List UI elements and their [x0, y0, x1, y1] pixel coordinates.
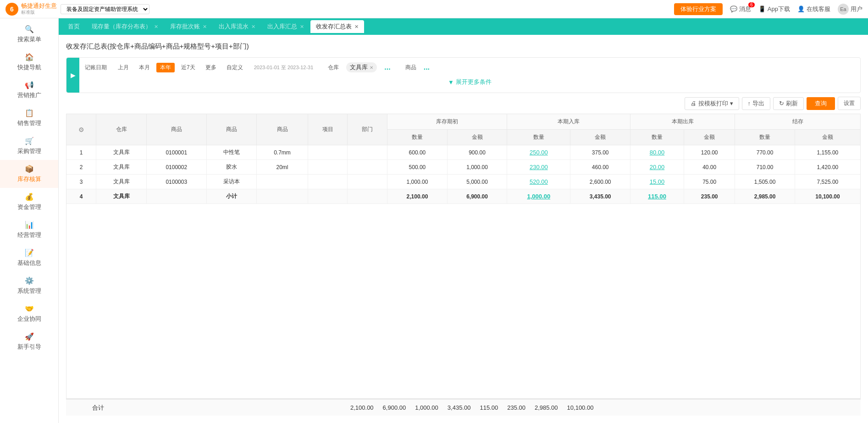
row2-project — [308, 160, 348, 175]
sidebar-item-purchase[interactable]: 🛒 采购管理 — [0, 132, 58, 160]
logo-area: 6 畅捷通好生意 标准版 — [6, 2, 57, 16]
tab-inventory-dist[interactable]: 现存量（库存分布表） ✕ — [86, 20, 164, 33]
warehouse-tag-remove[interactable]: ✕ — [370, 65, 373, 70]
th-name: 商品 — [206, 114, 257, 145]
warehouse-more-btn[interactable]: ... — [384, 63, 390, 71]
tab-home[interactable]: 首页 — [62, 20, 85, 33]
query-btn[interactable]: 查询 — [807, 97, 835, 110]
row4-out-qty[interactable]: 115.00 — [630, 189, 684, 204]
tab-batch-account[interactable]: 库存批次账 ✕ — [165, 20, 212, 33]
message-action[interactable]: 💬 消息 6 — [730, 5, 751, 13]
settings-btn[interactable]: 设置 — [838, 97, 861, 110]
sidebar-item-quick-nav[interactable]: 🏠 快捷导航 — [0, 48, 58, 76]
marketing-icon: 📢 — [25, 81, 34, 89]
goods-more-btn[interactable]: ... — [424, 63, 430, 71]
logo-icon: 6 — [6, 3, 18, 16]
row1-bal-amt: 1,155.00 — [795, 145, 860, 160]
sidebar-item-finance[interactable]: 💰 资金管理 — [0, 188, 58, 216]
row2-bal-amt: 1,420.00 — [795, 160, 860, 175]
date-btn-this-year[interactable]: 本年 — [156, 63, 175, 72]
date-btn-7days[interactable]: 近7天 — [177, 63, 199, 72]
system-selector[interactable]: 装备及固定资产辅助管理系统 — [61, 4, 149, 14]
tab-in-out-summary-close[interactable]: ✕ — [300, 24, 304, 30]
app-download-action[interactable]: 📱 App下载 — [758, 5, 790, 13]
row3-no: 3 — [66, 175, 96, 189]
th-warehouse: 仓库 — [96, 114, 147, 145]
sidebar: 🔍 搜索菜单 🏠 快捷导航 📢 营销推广 📋 销售管理 🛒 采购管理 📦 库存核… — [0, 18, 59, 423]
date-btn-last-month[interactable]: 上月 — [114, 63, 133, 72]
tab-recv-send-summary[interactable]: 收发存汇总表 ✕ — [310, 20, 364, 33]
row2-warehouse: 文具库 — [96, 160, 147, 175]
row3-name: 采访本 — [206, 175, 257, 189]
tab-recv-send-summary-close[interactable]: ✕ — [354, 24, 359, 30]
date-range-display: 2023-01-01 至 2023-12-31 — [254, 64, 314, 71]
tab-in-out-summary[interactable]: 出入库汇总 ✕ — [262, 20, 310, 33]
row3-in-qty[interactable]: 520.00 — [507, 175, 570, 189]
tab-in-out-flow-close[interactable]: ✕ — [251, 24, 255, 30]
row1-init-amt: 900.00 — [447, 145, 507, 160]
sidebar-label-marketing: 营销推广 — [17, 91, 41, 99]
th-out-amt: 金额 — [684, 130, 735, 145]
row2-out-qty[interactable]: 20.00 — [630, 160, 684, 175]
phone-icon: 📱 — [758, 5, 766, 12]
refresh-btn[interactable]: ↻ 刷新 — [773, 97, 804, 110]
date-btn-custom[interactable]: 自定义 — [223, 63, 247, 72]
row3-dept — [348, 175, 387, 189]
sidebar-label-guide: 新手引导 — [17, 343, 41, 351]
row4-dept — [348, 189, 387, 204]
date-filter-label: 记账日期 — [85, 64, 107, 71]
expand-filter-btn[interactable]: ▼ 展开更多条件 — [85, 76, 855, 88]
goods-filter-label: 商品 — [405, 64, 416, 71]
row2-init-qty: 500.00 — [387, 160, 448, 175]
row3-project — [308, 175, 348, 189]
row4-warehouse: 文具库 — [96, 189, 147, 204]
footer-bal-qty: 2,985.00 — [530, 402, 563, 413]
row4-init-qty: 2,100.00 — [387, 189, 448, 204]
sidebar-item-sales[interactable]: 📋 销售管理 — [0, 104, 58, 132]
sidebar-item-guide[interactable]: 🚀 新手引导 — [0, 328, 58, 356]
sidebar-item-system[interactable]: ⚙️ 系统管理 — [0, 272, 58, 300]
date-btn-more[interactable]: 更多 — [202, 63, 220, 72]
sidebar-item-search[interactable]: 🔍 搜索菜单 — [0, 20, 58, 48]
page-title: 收发存汇总表(按仓库+商品编码+商品+规格型号+项目+部门) — [66, 42, 861, 51]
th-out-stock: 本期出库 — [630, 114, 735, 130]
row4-no: 4 — [66, 189, 96, 204]
row3-spec — [257, 175, 308, 189]
tab-batch-account-close[interactable]: ✕ — [203, 24, 207, 30]
message-icon: 💬 — [730, 5, 737, 12]
filter-toggle-btn[interactable]: ▶ — [66, 58, 79, 93]
date-btn-this-month[interactable]: 本月 — [135, 63, 154, 72]
sidebar-item-basic-info[interactable]: 📝 基础信息 — [0, 244, 58, 272]
row1-in-qty[interactable]: 250.00 — [507, 145, 570, 160]
logo-text: 畅捷通好生意 — [21, 2, 57, 10]
user-action[interactable]: Ea 用户 — [838, 4, 862, 15]
tab-inventory-dist-close[interactable]: ✕ — [154, 24, 158, 30]
export-btn[interactable]: ↑ 导出 — [742, 97, 771, 110]
content-area: 首页 现存量（库存分布表） ✕ 库存批次账 ✕ 出入库流水 ✕ 出入库汇总 ✕ … — [59, 18, 868, 423]
print-btn[interactable]: 🖨 按模板打印 ▾ — [685, 97, 739, 110]
data-table: ⚙ 仓库 商品 商品 商品 项目 部门 库存期初 本期入库 本期出库 结存 — [66, 114, 860, 204]
experience-btn[interactable]: 体验行业方案 — [674, 3, 723, 15]
sidebar-item-operations[interactable]: 📊 经营管理 — [0, 216, 58, 244]
sidebar-item-marketing[interactable]: 📢 营销推广 — [0, 76, 58, 104]
row1-out-qty[interactable]: 80.00 — [630, 145, 684, 160]
row1-code: 0100001 — [146, 145, 206, 160]
row2-in-qty[interactable]: 230.00 — [507, 160, 570, 175]
online-service-action[interactable]: 👤 在线客服 — [797, 5, 830, 13]
sales-icon: 📋 — [25, 109, 34, 117]
sidebar-label-inventory: 库存核算 — [17, 175, 41, 183]
page-content: 收发存汇总表(按仓库+商品编码+商品+规格型号+项目+部门) ▶ 记账日期 上月… — [59, 35, 868, 423]
collab-icon: 🤝 — [25, 304, 34, 313]
tab-in-out-flow[interactable]: 出入库流水 ✕ — [213, 20, 261, 33]
warehouse-filter-label: 仓库 — [328, 64, 339, 71]
search-icon: 🔍 — [25, 25, 34, 33]
sidebar-item-inventory[interactable]: 📦 库存核算 — [0, 160, 58, 188]
row4-in-qty[interactable]: 1,000.00 — [507, 189, 570, 204]
row3-bal-amt: 7,525.00 — [795, 175, 860, 189]
sidebar-item-collab[interactable]: 🤝 企业协同 — [0, 300, 58, 328]
row1-no: 1 — [66, 145, 96, 160]
th-settings[interactable]: ⚙ — [66, 114, 96, 145]
column-settings-icon[interactable]: ⚙ — [71, 126, 91, 133]
th-bal-qty: 数量 — [735, 130, 795, 145]
row3-out-qty[interactable]: 15.00 — [630, 175, 684, 189]
